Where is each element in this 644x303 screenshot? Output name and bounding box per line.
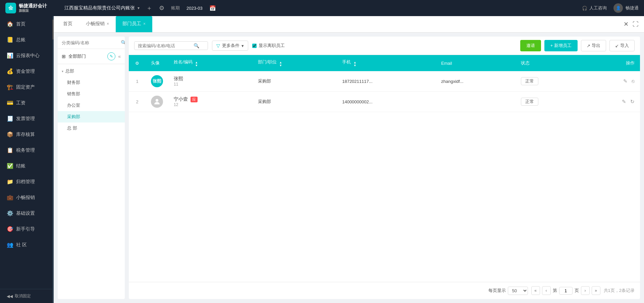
edit-icon[interactable]: ✎ — [622, 99, 626, 105]
row-num: 2 — [129, 92, 146, 112]
sidebar-item-reports[interactable]: 📊 云报表中心 — [0, 48, 54, 63]
edit-icon[interactable]: ✎ — [623, 78, 628, 84]
company-name: 江西服宝精品有限责任公司内账张 — [64, 5, 135, 11]
dept-node-headquarters[interactable]: 总 部 — [58, 122, 125, 134]
per-page-label: 每页显示 — [488, 288, 506, 294]
support-button[interactable]: 🎧 人工咨询 — [582, 5, 607, 11]
checkout-icon: ✅ — [7, 163, 13, 169]
tab-expense-close[interactable]: × — [107, 21, 109, 26]
first-page-button[interactable]: « — [531, 286, 540, 295]
col-phone[interactable]: 手机 ▲▼ — [337, 55, 436, 71]
show-resigned-checkbox[interactable] — [252, 44, 257, 48]
main-layout: 🏠 首页 📒 总账 📊 云报表中心 💰 资金管理 🏗️ 固定资产 💳 工资 🧾 … — [0, 16, 644, 303]
col-name[interactable]: 姓名/编码 ▲▼ — [168, 55, 253, 71]
sidebar-item-settings[interactable]: ⚙️ 基础设置 — [0, 205, 54, 221]
cancel-fixed-button[interactable]: ◀◀ 取消固定 — [0, 289, 54, 303]
sidebar-item-checkout[interactable]: ✅ 结账 — [0, 158, 54, 174]
action-icons: ✎ ↻ — [589, 99, 635, 105]
export-icon: ↗ — [587, 43, 590, 48]
sidebar-item-fixed-assets[interactable]: 🏗️ 固定资产 — [0, 79, 54, 95]
user-area[interactable]: 👤 畅捷通 — [613, 3, 639, 13]
avatar: 张熙 — [151, 75, 163, 87]
dept-node-finance[interactable]: 财务部 — [58, 77, 125, 88]
import-button[interactable]: ↙ 导入 — [609, 40, 635, 51]
dept-node-sales[interactable]: 销售部 — [58, 88, 125, 100]
tab-dept[interactable]: 部门员工 × — [116, 16, 152, 32]
refresh-icon[interactable]: ↻ — [630, 99, 635, 105]
sidebar-item-expense[interactable]: 💼 小畅报销 — [0, 190, 54, 205]
sidebar-item-archive[interactable]: 📁 归档管理 — [0, 174, 54, 190]
row-avatar-cell — [146, 92, 168, 112]
sidebar-item-salary[interactable]: 💳 工资 — [0, 95, 54, 111]
row-dept-cell: 采购部 — [253, 71, 337, 92]
invite-button[interactable]: 邀请 — [520, 40, 541, 51]
col-dept[interactable]: 部门/职位 ▲▼ — [253, 55, 337, 71]
sidebar-item-guide[interactable]: 🎯 新手引导 — [0, 221, 54, 237]
company-selector[interactable]: 江西服宝精品有限责任公司内账张 ▾ — [64, 5, 140, 11]
export-button[interactable]: ↗ 导出 — [581, 40, 606, 51]
logo-icon: 会 — [5, 3, 16, 13]
sidebar-item-label: 总账 — [16, 37, 25, 43]
next-page-button[interactable]: › — [581, 286, 590, 295]
page-suffix: 页 — [575, 288, 579, 294]
per-page-select: 每页显示 50 10 20 100 — [488, 287, 528, 295]
dept-collapse-icon[interactable]: « — [118, 54, 121, 59]
dept-node-parent[interactable]: ▾ 总部 — [58, 65, 125, 77]
show-resigned-label[interactable]: 显示离职员工 — [252, 43, 285, 49]
pagination: 每页显示 50 10 20 100 « ‹ 第 — [129, 282, 640, 299]
employee-search-icon[interactable]: 🔍 — [194, 43, 199, 48]
sidebar-item-general-ledger[interactable]: 📒 总账 — [0, 32, 54, 48]
page-nav: « ‹ 第 页 › » — [531, 286, 600, 295]
top-bar: 会 畅捷通好会计 旗舰版 江西服宝精品有限责任公司内账张 ▾ ＋ ⚙ 账期 20… — [0, 0, 644, 16]
dept-search-icon[interactable]: 🔍 — [121, 40, 125, 45]
archive-icon: 📁 — [7, 179, 13, 185]
top-bar-middle: ＋ ⚙ 账期 2023-03 📅 — [146, 4, 216, 12]
more-filter-button[interactable]: ▽ 更多条件 ▾ — [212, 41, 248, 51]
per-page-dropdown[interactable]: 50 10 20 100 — [508, 287, 528, 295]
prev-page-button[interactable]: ‹ — [542, 286, 551, 295]
add-icon[interactable]: ＋ — [146, 4, 152, 12]
phone-sort-arrows: ▲▼ — [354, 61, 357, 67]
maximize-icon[interactable]: ⛶ — [633, 21, 639, 28]
tab-dept-close[interactable]: × — [143, 21, 146, 26]
tabs-bar: 首页 小畅报销 × 部门员工 × ✕ ⛶ — [54, 16, 644, 33]
sidebar-item-community[interactable]: 👥 社 区 — [0, 237, 54, 253]
dept-edit-button[interactable]: ✎ — [107, 52, 115, 60]
dept-node-purchase[interactable]: 采购部 — [58, 111, 125, 122]
total-info: 共1页，2条记录 — [604, 288, 635, 294]
sidebar-item-label: 税务管理 — [16, 147, 35, 153]
salary-icon: 💳 — [7, 100, 13, 106]
name-code: 宁小壹 应 12 — [174, 96, 247, 107]
logout-icon[interactable]: ⎋ — [632, 78, 635, 84]
settings-icon[interactable]: ⚙ — [159, 4, 164, 12]
sidebar-item-invoice[interactable]: 🧾 发票管理 — [0, 111, 54, 127]
filter-label: 更多条件 — [222, 43, 239, 49]
employee-table: ⚙ 头像 姓名/编码 ▲▼ 部门/职位 ▲▼ — [129, 55, 640, 112]
tab-home[interactable]: 首页 — [56, 16, 79, 32]
status-badge: 正常 — [521, 77, 538, 85]
sidebar-scrollbar[interactable] — [52, 16, 54, 303]
tab-expense[interactable]: 小畅报销 × — [79, 16, 116, 32]
sidebar-item-tax[interactable]: 📋 税务管理 — [0, 142, 54, 158]
dept-search-area: 🔍 — [58, 37, 125, 49]
sidebar-item-funds[interactable]: 💰 资金管理 — [0, 63, 54, 79]
dept-node-office[interactable]: 办公室 — [58, 100, 125, 111]
dept-header: ⊞ 全部部门 ✎ « — [58, 49, 125, 64]
reports-icon: 📊 — [7, 52, 13, 59]
close-window-icon[interactable]: ✕ — [624, 20, 629, 28]
add-employee-button[interactable]: + 新增员工 — [544, 40, 578, 51]
dept-search-input[interactable] — [62, 40, 118, 45]
last-page-button[interactable]: » — [592, 286, 600, 295]
row-phone-cell: 14000000002... — [337, 92, 436, 112]
calendar-icon[interactable]: 📅 — [209, 5, 216, 11]
sidebar-item-home[interactable]: 🏠 首页 — [0, 16, 54, 32]
employee-code: 11 — [174, 82, 247, 87]
page-number-input[interactable] — [559, 287, 573, 295]
import-label: 导入 — [620, 43, 629, 49]
sidebar-item-inventory[interactable]: 📦 库存核算 — [0, 127, 54, 142]
employee-search-input[interactable] — [138, 43, 192, 48]
col-settings[interactable]: ⚙ — [129, 55, 146, 71]
export-label: 导出 — [592, 43, 600, 49]
employee-code: 12 — [174, 102, 247, 107]
avatar — [151, 96, 163, 108]
